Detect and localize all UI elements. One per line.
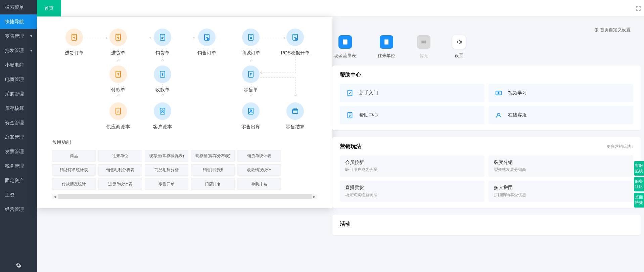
common-functions-title: 常用功能 [52,139,317,145]
quicknav-flyout: 进货订单 进货单 销货单 销售订单 商城订单 POS收银开单 付款单 收款单 零… [37,17,332,208]
flow-node-pos[interactable]: POS收银开单 [273,29,317,59]
quick-actions-row: 现金流量表 往来单位 暂无 设置 [332,35,641,59]
floater-community[interactable]: 服务 社区 [634,177,644,191]
help-video[interactable]: 视频学习 [489,84,633,102]
sidebar-item-purchase[interactable]: 采购管理 [0,87,37,101]
flow-node-sales-order[interactable]: 销售订单 [185,29,229,59]
sidebar-item-funds[interactable]: 资金管理 [0,116,37,130]
horizontal-scrollbar[interactable]: ◀ ▶ [52,194,317,199]
svg-point-15 [207,38,209,40]
sidebar-item-inventory[interactable]: 库存核算 [0,101,37,116]
fullscreen-button[interactable] [632,0,644,16]
common-btn[interactable]: 现存量(库存状况表) [145,150,188,162]
sidebar-item-assets[interactable]: 固定资产 [0,173,37,188]
common-btn[interactable]: 付款情况统计 [52,178,96,190]
floater-hotline[interactable]: 客服 热线 [634,161,644,176]
flow-node-purchase-order[interactable]: 进货订单 [52,29,96,59]
flow-node-retail-settle[interactable]: 零售结算 [273,102,317,133]
sidebar-settings-button[interactable] [0,259,37,272]
common-btn[interactable]: 销货订单统计表 [52,164,96,176]
svg-point-25 [162,110,163,111]
marketing-title: 营销玩法 [340,143,361,150]
flow-node-payment[interactable]: 付款单 [96,65,141,96]
dashboard-customize-link[interactable]: 首页自定义设置 [594,27,631,33]
marketing-more-link[interactable]: 更多营销玩法 › [607,144,633,149]
help-service[interactable]: 在线客服 [489,106,633,124]
svg-point-27 [250,110,251,111]
fullscreen-icon [636,6,641,11]
quick-cashflow[interactable]: 现金流量表 [334,35,356,59]
common-btn[interactable]: 销售毛利分析表 [98,164,142,176]
caret-down-icon: ▼ [30,34,33,38]
sidebar-item-wholesale[interactable]: 批发管理▼ [0,43,37,58]
svg-rect-32 [384,40,388,45]
side-floaters: 客服 热线 服务 社区 桌面 快捷 [634,161,644,208]
common-btn[interactable]: 进货单统计表 [98,178,142,190]
scroll-right-icon[interactable]: ▶ [312,195,317,198]
common-functions-grid: 商品 往来单位 现存量(库存状况表) 现存量(库存分布表) 销货单统计表 销货订… [52,150,317,190]
activity-card: 活动 [332,215,641,235]
sidebar-item-ledger[interactable]: 总账管理 [0,130,37,144]
doc-check-icon [346,89,354,97]
sidebar-item-retail[interactable]: 零售管理▼ [0,29,37,43]
quick-empty[interactable]: 暂无 [417,35,430,59]
help-center-card: 帮助中心 新手入门 视频学习 帮助中心 在线客服 [332,65,641,130]
flow-node-retail-outbound[interactable]: 零售出库 [229,102,273,133]
common-btn[interactable]: 零售开单 [145,178,188,190]
help-beginner[interactable]: 新手入门 [340,84,485,102]
help-center-title: 帮助中心 [340,72,361,79]
caret-down-icon: ▼ [30,49,33,52]
flow-node-mall-order[interactable]: 商城订单 [229,29,273,59]
common-btn[interactable]: 商品毛利分析 [145,164,188,176]
report-icon [342,39,349,45]
scroll-left-icon[interactable]: ◀ [52,195,58,198]
doc-icon [346,111,354,119]
svg-point-37 [497,114,500,116]
building-icon [383,39,390,45]
sidebar-item-search[interactable]: 搜索菜单 [0,0,37,14]
sidebar-item-business[interactable]: 经营管理 [0,202,37,217]
flow-node-receipt[interactable]: 收款单 [140,65,185,96]
svg-rect-28 [292,109,298,114]
target-icon [594,28,599,32]
svg-point-30 [596,29,597,31]
sidebar-item-invoice[interactable]: 发票管理 [0,144,37,159]
quick-settings[interactable]: 设置 [452,35,466,59]
gear-icon [15,262,21,268]
mkt-group[interactable]: 多人拼团拼团购物享受优惠 [489,181,633,202]
flow-node-purchase-bill[interactable]: 进货单 [96,29,141,59]
video-icon [495,89,502,97]
mkt-member[interactable]: 会员拉新吸引用户成为会员 [340,155,485,177]
flow-diagram: 进货订单 进货单 销货单 销售订单 商城订单 POS收银开单 付款单 收款单 零… [52,29,317,133]
flow-node-retail-bill[interactable]: 零售单 [229,65,273,96]
flow-node-customer-ledger[interactable]: 客户账本 [140,102,185,133]
help-center[interactable]: 帮助中心 [340,106,485,124]
mkt-live[interactable]: 直播卖货场景式购物新玩法 [340,181,485,202]
common-btn[interactable]: 销售排行榜 [191,164,235,176]
common-btn[interactable]: 商品 [52,150,96,162]
activity-title: 活动 [340,221,351,228]
tab-home[interactable]: 首页 [37,0,61,16]
flow-node-supplier-ledger[interactable]: 供供应商账本 [96,102,141,133]
common-btn[interactable]: 往来单位 [98,150,142,162]
sidebar-item-ecom[interactable]: 电商管理 [0,72,37,87]
common-btn[interactable]: 收款情况统计 [237,164,281,176]
floater-desktop[interactable]: 桌面 快捷 [634,193,644,207]
sidebar-item-tax[interactable]: 税务管理 [0,159,37,173]
mkt-fission[interactable]: 裂变分销裂变式发展分销商 [489,155,633,177]
sidebar-item-salary[interactable]: 工资 [0,188,37,202]
scroll-track[interactable] [58,194,312,199]
common-btn[interactable]: 销货单统计表 [237,150,281,162]
tabbar: 首页 [37,0,644,17]
quick-contacts[interactable]: 往来单位 [378,35,395,59]
gear-icon [456,39,462,45]
flow-node-sales-bill[interactable]: 销货单 [140,29,185,59]
svg-rect-33 [421,41,426,43]
marketing-card: 营销玩法更多营销玩法 › 会员拉新吸引用户成为会员 裂变分销裂变式发展分销商 直… [332,137,641,208]
sidebar-item-xc-ecom[interactable]: 小畅电商 [0,58,37,72]
common-btn[interactable]: 导购排名 [237,178,281,190]
sidebar-item-quicknav[interactable]: 快捷导航 [0,14,37,29]
svg-point-18 [295,38,297,40]
common-btn[interactable]: 门店排名 [191,178,235,190]
common-btn[interactable]: 现存量(库存分布表) [191,150,235,162]
